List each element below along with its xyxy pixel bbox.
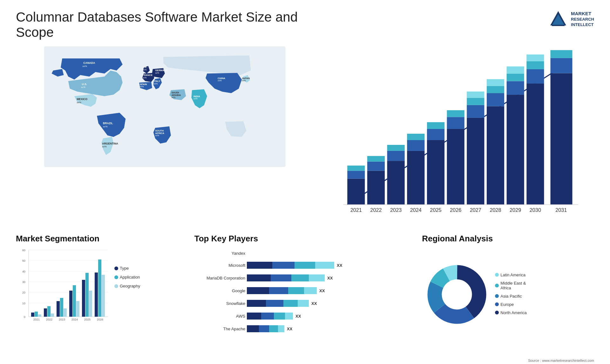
- bar-2025-seg2: [427, 129, 444, 140]
- france-value: xx%: [143, 77, 147, 79]
- svg-rect-35: [73, 285, 76, 317]
- svg-text:XX: XX: [311, 301, 317, 306]
- svg-text:XX: XX: [327, 276, 333, 280]
- svg-rect-32: [60, 298, 63, 317]
- uk-value: xx%: [143, 69, 147, 71]
- seg-legend: Type Application Geography: [114, 247, 140, 290]
- bar-2023-seg3: [387, 145, 404, 151]
- south-africa-label2: AFRICA: [155, 132, 164, 135]
- bar-2030-seg3: [526, 61, 544, 69]
- x-label-2030: 2030: [529, 207, 541, 213]
- bar-2028-seg1: [487, 106, 504, 205]
- logo-icon: [549, 10, 568, 29]
- svg-rect-2: [552, 25, 565, 26]
- svg-rect-46: [272, 262, 295, 269]
- uk-label: U.K.: [143, 66, 147, 69]
- x-label-2021: 2021: [350, 207, 362, 213]
- svg-rect-65: [283, 300, 298, 307]
- japan-value: xx%: [242, 79, 246, 82]
- x-label-2031: 2031: [555, 207, 567, 213]
- svg-rect-39: [89, 291, 92, 317]
- bar-2030-seg2: [526, 69, 544, 84]
- svg-text:60: 60: [22, 249, 25, 252]
- svg-rect-60: [304, 287, 317, 294]
- svg-text:2022: 2022: [46, 318, 52, 321]
- x-label-2022: 2022: [370, 207, 382, 213]
- svg-rect-48: [315, 262, 334, 269]
- legend-north-america: North America: [495, 310, 526, 315]
- mexico-label: MEXICO: [77, 98, 87, 101]
- svg-text:0: 0: [24, 315, 25, 319]
- bar-2024-seg2: [407, 140, 424, 151]
- india-label: INDIA: [193, 95, 200, 98]
- svg-rect-30: [51, 313, 54, 317]
- svg-text:50: 50: [22, 259, 25, 262]
- bar-2027-seg4: [467, 91, 484, 98]
- bar-2026-seg1: [447, 129, 464, 205]
- us-label: U.S.: [82, 83, 87, 86]
- svg-rect-33: [64, 308, 67, 317]
- legend-type-dot: [114, 266, 118, 270]
- regional-legend: Latin America Middle East &Africa Asia P…: [495, 273, 526, 317]
- svg-text:2026: 2026: [97, 318, 103, 321]
- saudi-value: xx%: [172, 96, 176, 98]
- bar-2029-seg3: [506, 74, 524, 81]
- svg-rect-36: [76, 301, 79, 317]
- bar-2022-seg1: [367, 171, 385, 205]
- donut-center: [443, 280, 471, 309]
- legend-mea-dot: [495, 284, 499, 287]
- source-text: Source : www.marketresearchintellect.com: [528, 359, 594, 362]
- bar-2027-seg2: [467, 105, 484, 118]
- svg-text:2025: 2025: [84, 318, 91, 321]
- bar-2028-seg2: [487, 93, 504, 106]
- bar-2031-seg3: [550, 50, 572, 58]
- saudi-label2: ARABIA: [172, 94, 181, 97]
- svg-rect-41: [98, 260, 101, 317]
- svg-rect-58: [269, 287, 288, 294]
- bar-2022-seg2: [367, 162, 385, 171]
- svg-rect-38: [85, 273, 89, 317]
- bar-2031-seg2: [550, 58, 572, 73]
- svg-text:20: 20: [22, 291, 25, 294]
- svg-rect-27: [38, 314, 41, 317]
- page-title: Columnar Databases Software Market Size …: [16, 10, 302, 40]
- logo-text: MARKET RESEARCH INTELLECT: [571, 10, 594, 27]
- germany-label: GERMANY: [155, 69, 167, 72]
- svg-rect-42: [102, 275, 105, 317]
- bar-2029-seg1: [506, 95, 524, 205]
- x-label-2025: 2025: [430, 207, 441, 213]
- svg-rect-47: [295, 262, 315, 269]
- svg-rect-28: [44, 308, 47, 317]
- svg-rect-51: [247, 274, 271, 281]
- svg-rect-75: [247, 325, 259, 332]
- india-value: xx%: [193, 98, 198, 100]
- germany-value: xx%: [155, 72, 159, 74]
- bar-2025-seg3: [427, 122, 444, 129]
- legend-type: Type: [114, 266, 140, 271]
- svg-rect-77: [269, 325, 278, 332]
- legend-application: Application: [114, 275, 140, 280]
- argentina-label: ARGENTINA: [102, 142, 118, 145]
- regional-title: Regional Analysis: [422, 234, 594, 244]
- bar-chart-area: XX XX XX XX XX XX XX XX XX XX: [323, 46, 594, 227]
- svg-rect-78: [278, 325, 284, 332]
- svg-rect-64: [266, 300, 283, 307]
- regional-area: Regional Analysis: [422, 234, 594, 354]
- svg-text:Google: Google: [232, 288, 245, 293]
- canada-value: xx%: [82, 65, 87, 68]
- players-area: Top Key Players Yandex Microsoft XX Mari…: [194, 234, 416, 354]
- spain-value: xx%: [140, 85, 144, 88]
- svg-text:30: 30: [22, 280, 25, 284]
- svg-text:2023: 2023: [59, 318, 65, 321]
- players-svg: Yandex Microsoft XX MariaDB Corporation …: [194, 247, 379, 342]
- map-svg: CANADA xx% U.S. xx% MEXICO xx% BRAZIL xx…: [16, 46, 314, 167]
- svg-rect-45: [247, 262, 272, 269]
- svg-rect-40: [95, 273, 98, 317]
- legend-na-dot: [495, 311, 499, 314]
- svg-text:XX: XX: [319, 288, 325, 293]
- svg-text:40: 40: [22, 270, 25, 273]
- spain-label: SPAIN: [140, 83, 147, 86]
- bar-2027-seg1: [467, 118, 484, 205]
- bar-2023-seg1: [387, 161, 404, 205]
- players-chart: Yandex Microsoft XX MariaDB Corporation …: [194, 247, 416, 342]
